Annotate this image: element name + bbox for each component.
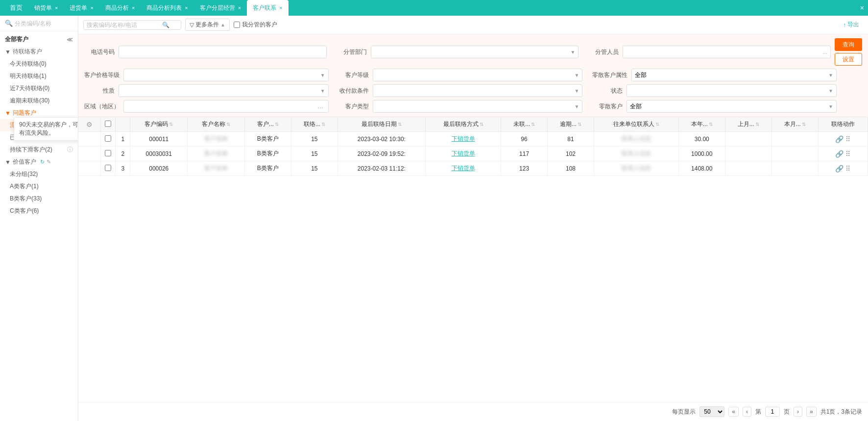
per-page-select[interactable]: 50 100 bbox=[699, 406, 724, 417]
row-last-method-cell[interactable]: 下销货单 bbox=[425, 161, 501, 176]
filter-search-icon[interactable]: 🔍 bbox=[162, 22, 169, 28]
sidebar-item-tomorrow-pending[interactable]: 明天待联络(1) bbox=[0, 70, 78, 82]
row-checkbox-0[interactable] bbox=[105, 135, 111, 142]
sort-last-month[interactable]: ⇅ bbox=[755, 122, 759, 127]
select-all-checkbox[interactable] bbox=[105, 121, 111, 127]
col-contact[interactable]: 联络...⇅ bbox=[291, 117, 338, 132]
row-grid-icon-0[interactable]: ⠿ bbox=[845, 135, 850, 143]
sidebar-item-a-class[interactable]: A类客户(1) bbox=[0, 180, 78, 193]
row-grid-icon-1[interactable]: ⠿ bbox=[845, 150, 850, 158]
col-code[interactable]: 客户编码⇅ bbox=[130, 117, 188, 132]
my-customers-checkbox[interactable]: 我分管的客户 bbox=[234, 21, 277, 29]
page-input[interactable] bbox=[765, 407, 780, 417]
col-last-month[interactable]: 上月...⇅ bbox=[725, 117, 772, 132]
query-button[interactable]: 查询 bbox=[835, 38, 862, 51]
sidebar-item-today-pending[interactable]: 今天待联络(0) bbox=[0, 58, 78, 70]
sort-this-month[interactable]: ⇅ bbox=[802, 122, 806, 127]
row-checkbox-cell[interactable] bbox=[101, 161, 116, 176]
col-name[interactable]: 客户名称⇅ bbox=[188, 117, 245, 132]
more-conditions-btn[interactable]: ▽ 更多条件 ▲ bbox=[185, 19, 230, 31]
col-last-date[interactable]: 最后联络日期⇅ bbox=[338, 117, 425, 132]
tab-customer-segment[interactable]: 客户分层经营 × bbox=[194, 0, 247, 16]
tab-analysis-list[interactable]: 商品分析列表 × bbox=[141, 0, 193, 16]
col-settings-btn[interactable]: ⚙ bbox=[86, 121, 93, 128]
row-link-icon-2[interactable]: 🔗 bbox=[835, 165, 844, 173]
row-link-icon-0[interactable]: 🔗 bbox=[835, 135, 844, 143]
sidebar-group-value-edit[interactable]: ✎ bbox=[47, 159, 51, 165]
sidebar-all-customers-header[interactable]: 全部客户 ≪ bbox=[0, 31, 78, 46]
sidebar-item-7days-pending[interactable]: 近7天待联络(0) bbox=[0, 82, 78, 95]
horizontal-scroll[interactable] bbox=[78, 394, 868, 400]
prev-page-btn[interactable]: ‹ bbox=[743, 407, 751, 417]
col-this-year[interactable]: 本年...⇅ bbox=[678, 117, 725, 132]
home-tab[interactable]: 首页 bbox=[4, 0, 28, 16]
col-settings[interactable]: ⚙ bbox=[78, 117, 101, 132]
sidebar-group-value-refresh[interactable]: ↻ bbox=[40, 159, 45, 165]
sidebar-item-declining[interactable]: 持续下滑客户(2) ⓘ bbox=[0, 144, 78, 156]
col-last-method[interactable]: 最后联络方式⇅ bbox=[425, 117, 501, 132]
first-page-btn[interactable]: « bbox=[728, 407, 739, 417]
my-customers-check[interactable] bbox=[234, 22, 240, 28]
tab-sales[interactable]: 销货单 × bbox=[28, 0, 64, 16]
filter-nature-select[interactable]: ▼ bbox=[119, 84, 329, 97]
sidebar-collapse-icon[interactable]: ≪ bbox=[67, 36, 73, 43]
close-contact-tab[interactable]: × bbox=[279, 5, 282, 11]
row-last-method-cell[interactable]: 下销货单 bbox=[425, 132, 501, 147]
sort-uncontacted[interactable]: ⇅ bbox=[531, 122, 535, 127]
row-checkbox-1[interactable] bbox=[105, 150, 111, 156]
sidebar-search-input[interactable] bbox=[15, 20, 78, 27]
col-type[interactable]: 客户...⇅ bbox=[244, 117, 291, 132]
sort-last-method[interactable]: ⇅ bbox=[480, 122, 483, 127]
close-analysis-tab[interactable]: × bbox=[132, 5, 135, 11]
filter-region-select[interactable]: … bbox=[123, 100, 329, 113]
sort-overdue[interactable]: ⇅ bbox=[578, 122, 581, 127]
filter-search-input[interactable] bbox=[87, 22, 160, 28]
sort-code[interactable]: ⇅ bbox=[169, 122, 173, 127]
col-this-month[interactable]: 本月...⇅ bbox=[772, 117, 818, 132]
row-checkbox-cell[interactable] bbox=[101, 132, 116, 147]
sort-contact[interactable]: ⇅ bbox=[321, 122, 325, 127]
settings-button[interactable]: 设置 bbox=[835, 53, 862, 66]
col-overdue[interactable]: 逾期...⇅ bbox=[548, 117, 594, 132]
filter-customer-type-select[interactable]: ▼ bbox=[373, 100, 583, 113]
sidebar-group-pending[interactable]: ▼ 待联络客户 bbox=[0, 46, 78, 58]
filter-retail-customer-select[interactable]: 全部 ▼ bbox=[627, 100, 837, 113]
row-last-method-cell[interactable]: 下销货单 bbox=[425, 147, 501, 161]
sort-last-date[interactable]: ⇅ bbox=[398, 122, 402, 127]
sidebar-group-value[interactable]: ▼ 价值客户 ↻ ✎ bbox=[0, 156, 78, 168]
sort-name[interactable]: ⇅ bbox=[226, 122, 230, 127]
row-checkbox-cell[interactable] bbox=[101, 147, 116, 161]
tab-customer-contact[interactable]: 客户联系 × bbox=[247, 0, 288, 16]
row-checkbox-2[interactable] bbox=[105, 165, 111, 171]
filter-retail-attr-select[interactable]: 全部 ▼ bbox=[631, 69, 837, 81]
filter-phone-input[interactable] bbox=[119, 46, 327, 58]
close-purchase-tab[interactable]: × bbox=[90, 5, 93, 11]
close-sales-tab[interactable]: × bbox=[55, 5, 58, 11]
filter-grade-select[interactable]: ▼ bbox=[373, 69, 583, 81]
tab-purchase[interactable]: 进货单 × bbox=[64, 0, 99, 16]
sidebar-item-overdue-pending[interactable]: 逾期未联络(30) bbox=[0, 95, 78, 107]
sidebar-item-ungrouped[interactable]: 未分组(32) bbox=[0, 168, 78, 180]
filter-dept-select[interactable]: ▼ bbox=[371, 46, 579, 58]
sort-type[interactable]: ⇅ bbox=[275, 122, 279, 127]
sidebar-item-b-class[interactable]: B类客户(33) bbox=[0, 193, 78, 205]
next-page-btn[interactable]: › bbox=[794, 407, 802, 417]
col-unit-contact[interactable]: 往来单位联系人⇅ bbox=[594, 117, 679, 132]
export-btn[interactable]: ↑ 导出 bbox=[839, 19, 863, 30]
tab-analysis[interactable]: 商品分析 × bbox=[99, 0, 141, 16]
filter-payment-select[interactable]: ▼ bbox=[373, 84, 583, 97]
last-page-btn[interactable]: » bbox=[806, 407, 817, 417]
close-all-btn[interactable]: × bbox=[860, 4, 864, 12]
sort-unit-contact[interactable]: ⇅ bbox=[655, 122, 659, 127]
sidebar-item-c-class[interactable]: C类客户(6) bbox=[0, 205, 78, 217]
filter-status-select[interactable]: ▼ bbox=[627, 84, 837, 97]
filter-region-dots[interactable]: … bbox=[315, 103, 325, 110]
close-segment-tab[interactable]: × bbox=[238, 5, 241, 11]
row-grid-icon-2[interactable]: ⠿ bbox=[845, 165, 850, 173]
col-uncontacted[interactable]: 未联...⇅ bbox=[501, 117, 548, 132]
filter-manager-select[interactable]: … bbox=[623, 46, 831, 58]
sort-this-year[interactable]: ⇅ bbox=[709, 122, 713, 127]
close-analysis-list-tab[interactable]: × bbox=[185, 5, 188, 11]
filter-price-level-select[interactable]: ▼ bbox=[123, 69, 329, 81]
row-link-icon-1[interactable]: 🔗 bbox=[835, 150, 844, 158]
